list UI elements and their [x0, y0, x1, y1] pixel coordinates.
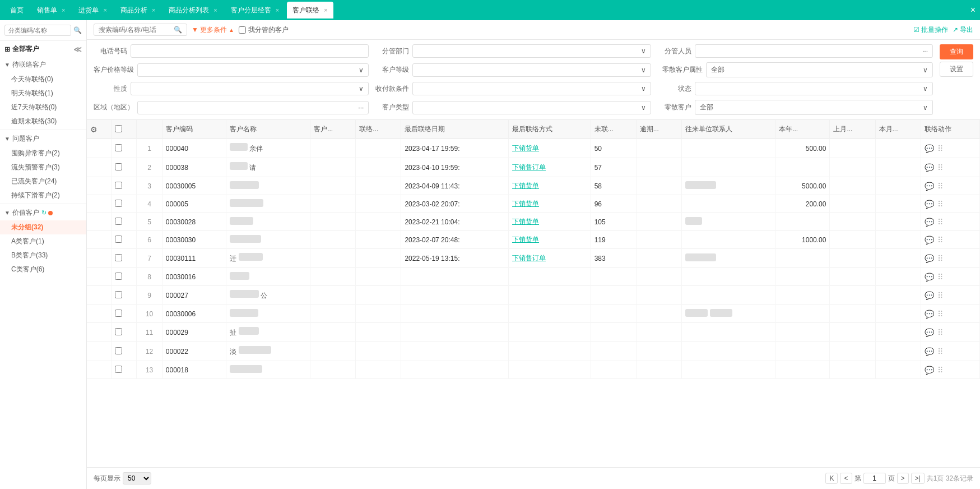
sidebar-group-value[interactable]: ▼ 价值客户 ↻ — [0, 205, 86, 220]
next-page-button[interactable]: > — [897, 473, 909, 484]
more-action-icon[interactable]: ⠿ — [937, 291, 943, 300]
last-method-link[interactable]: 下销售订单 — [512, 163, 546, 171]
tab-customer-segment-close[interactable]: × — [276, 7, 279, 13]
tab-product-analysis-close[interactable]: × — [152, 7, 155, 13]
row-checkbox[interactable] — [112, 249, 137, 268]
last-method-link[interactable]: 下销售订单 — [512, 254, 546, 262]
tab-sales-close[interactable]: × — [62, 7, 65, 13]
page-number-input[interactable] — [863, 473, 886, 484]
tab-customer-contact-close[interactable]: × — [324, 7, 327, 13]
chat-icon[interactable]: 💬 — [925, 328, 934, 337]
sidebar-item-ungroup[interactable]: 未分组(32) — [0, 220, 86, 234]
first-page-button[interactable]: K — [825, 473, 838, 484]
phone-input[interactable] — [131, 44, 369, 58]
chat-icon[interactable]: 💬 — [925, 163, 934, 172]
my-customers-checkbox[interactable]: 我分管的客户 — [239, 25, 289, 35]
sidebar-item-overdue-pending[interactable]: 逾期未联络(30) — [0, 114, 86, 128]
last-method-link[interactable]: 下销货单 — [512, 218, 539, 225]
row-checkbox[interactable] — [112, 139, 137, 158]
code-column-header[interactable]: 客户编码 — [162, 120, 226, 139]
region-select[interactable]: ··· — [137, 101, 369, 114]
tab-product-analysis-list-close[interactable]: × — [213, 7, 217, 13]
nature-select[interactable]: ∨ — [131, 82, 369, 95]
chat-icon[interactable]: 💬 — [925, 218, 934, 227]
company-contact-column-header[interactable]: 往来单位联系人 — [681, 120, 775, 139]
last-month-column-header[interactable]: 上月... — [830, 120, 875, 139]
contact-column-header[interactable]: 联络... — [356, 120, 401, 139]
more-action-icon[interactable]: ⠿ — [937, 144, 943, 153]
scatter-customer-select[interactable]: 全部 ∨ — [695, 100, 933, 115]
bulk-operation-btn[interactable]: ☑ 批量操作 — [913, 25, 948, 35]
page-size-select[interactable]: 50 10 20 100 — [123, 472, 151, 485]
more-icon-2[interactable]: ··· — [358, 104, 364, 112]
more-action-icon[interactable]: ⠿ — [937, 218, 943, 227]
collapse-button[interactable]: ≪ — [73, 45, 82, 54]
type-column-header[interactable]: 客户... — [310, 120, 356, 139]
sidebar-item-churn-warning[interactable]: 流失预警客户(3) — [0, 160, 86, 174]
tab-customer-contact[interactable]: 客户联络 × — [287, 2, 333, 19]
chat-icon[interactable]: 💬 — [925, 254, 934, 263]
row-checkbox[interactable] — [112, 158, 137, 177]
row-checkbox[interactable] — [112, 213, 137, 231]
row-checkbox[interactable] — [112, 305, 137, 323]
tab-product-analysis-list[interactable]: 商品分析列表 × — [163, 2, 222, 19]
overdue-column-header[interactable]: 逾期... — [636, 120, 681, 139]
chat-icon[interactable]: 💬 — [925, 310, 934, 319]
no-contact-column-header[interactable]: 未联... — [591, 120, 636, 139]
row-checkbox[interactable] — [112, 231, 137, 249]
sidebar-item-churned[interactable]: 已流失客户(24) — [0, 174, 86, 188]
row-checkbox[interactable] — [112, 323, 137, 342]
prev-page-button[interactable]: < — [840, 473, 852, 484]
sidebar-item-week-pending[interactable]: 近7天待联络(0) — [0, 100, 86, 114]
category-search-input[interactable] — [4, 25, 71, 36]
main-search-icon[interactable]: 🔍 — [174, 26, 182, 34]
sidebar-group-problem[interactable]: ▼ 问题客户 — [0, 131, 86, 146]
chat-icon[interactable]: 💬 — [925, 273, 934, 282]
more-action-icon[interactable]: ⠿ — [937, 310, 943, 319]
tab-purchase[interactable]: 进货单 × — [73, 2, 112, 19]
more-action-icon[interactable]: ⠿ — [937, 328, 943, 337]
chat-icon[interactable]: 💬 — [925, 366, 934, 375]
chat-icon[interactable]: 💬 — [925, 182, 934, 191]
select-all-checkbox[interactable] — [115, 125, 122, 132]
chat-icon[interactable]: 💬 — [925, 347, 934, 356]
tab-home[interactable]: 首页 — [4, 2, 29, 19]
main-search-input[interactable] — [99, 26, 171, 34]
checkbox-column-header[interactable] — [112, 120, 137, 139]
more-action-icon[interactable]: ⠿ — [937, 254, 943, 263]
more-action-icon[interactable]: ⠿ — [937, 163, 943, 172]
row-checkbox[interactable] — [112, 177, 137, 195]
sidebar-item-class-a[interactable]: A类客户(1) — [0, 234, 86, 248]
last-page-button[interactable]: >| — [911, 473, 925, 484]
last-method-link[interactable]: 下销货单 — [512, 182, 539, 190]
sidebar-item-tomorrow-pending[interactable]: 明天待联络(1) — [0, 86, 86, 100]
export-btn[interactable]: ↗ 导出 — [953, 25, 973, 35]
window-close-button[interactable]: × — [970, 5, 976, 15]
settings-column-header[interactable]: ⚙ — [87, 120, 112, 139]
more-action-icon[interactable]: ⠿ — [937, 273, 943, 282]
sidebar-item-today-pending[interactable]: 今天待联络(0) — [0, 72, 86, 86]
more-action-icon[interactable]: ⠿ — [937, 347, 943, 356]
row-checkbox[interactable] — [112, 361, 137, 379]
payment-select[interactable]: ∨ — [412, 82, 651, 95]
sidebar-item-class-b[interactable]: B类客户(33) — [0, 248, 86, 262]
tab-customer-segment[interactable]: 客户分层经客 × — [225, 2, 285, 19]
last-method-link[interactable]: 下销货单 — [512, 144, 539, 152]
status-select[interactable]: ∨ — [695, 82, 933, 95]
this-year-column-header[interactable]: 本年... — [775, 120, 830, 139]
sidebar-search-icon[interactable]: 🔍 — [73, 26, 82, 34]
sidebar-item-declining[interactable]: 持续下滑客户(2) — [0, 188, 86, 202]
sidebar-item-class-c[interactable]: C类客户(6) — [0, 262, 86, 276]
price-grade-select[interactable]: ∨ — [137, 63, 369, 77]
row-checkbox[interactable] — [112, 195, 137, 213]
my-customers-check[interactable] — [239, 26, 246, 34]
tab-product-analysis[interactable]: 商品分析 × — [115, 2, 161, 19]
scatter-attr-select[interactable]: 全部 ∨ — [706, 62, 933, 77]
more-action-icon[interactable]: ⠿ — [937, 236, 943, 245]
row-checkbox[interactable] — [112, 286, 137, 305]
chat-icon[interactable]: 💬 — [925, 144, 934, 153]
row-checkbox[interactable] — [112, 268, 137, 286]
dept-select[interactable]: ∨ — [412, 44, 651, 58]
refresh-icon[interactable]: ↻ — [41, 209, 47, 216]
reset-button[interactable]: 设置 — [940, 62, 973, 77]
